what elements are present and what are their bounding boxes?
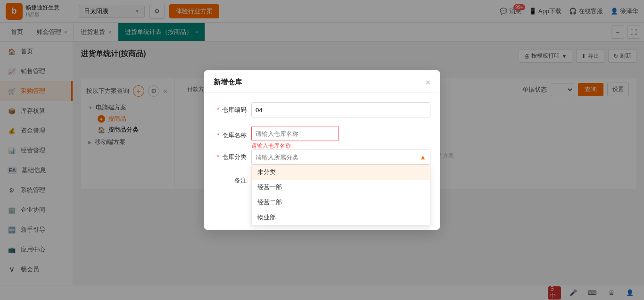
category-input-wrap: ▲ 未分类 经营一部 经营二部 物业部 — [251, 150, 430, 165]
modal-close-button[interactable]: × — [425, 78, 430, 87]
name-input[interactable] — [251, 126, 339, 141]
new-warehouse-modal: 新增仓库 × * 仓库编码 * 仓库名称 — [204, 70, 440, 230]
dropdown-option-property[interactable]: 物业部 — [252, 210, 430, 225]
form-row-code: * 仓库编码 — [214, 102, 430, 117]
code-input[interactable] — [251, 102, 430, 117]
name-required-star: * — [217, 132, 219, 139]
modal-header: 新增仓库 × — [204, 70, 440, 93]
code-label: * 仓库编码 — [214, 102, 251, 114]
chevron-up-icon: ▲ — [420, 153, 426, 161]
name-input-wrap — [251, 126, 339, 141]
modal-overlay: 新增仓库 × * 仓库编码 * 仓库名称 — [0, 0, 644, 300]
dropdown-option-dept1[interactable]: 经营一部 — [252, 180, 430, 195]
dropdown-option-uncategorized[interactable]: 未分类 — [252, 165, 430, 180]
form-row-category: * 仓库分类 ▲ 未分类 经营一部 经营二部 物业部 — [214, 150, 430, 165]
modal-title: 新增仓库 — [214, 78, 242, 87]
dropdown-option-dept2[interactable]: 经营二部 — [252, 195, 430, 210]
category-search-input[interactable] — [256, 154, 409, 161]
remark-label: 备注 — [214, 173, 251, 185]
category-dropdown-list: 未分类 经营一部 经营二部 物业部 — [251, 165, 430, 225]
required-star: * — [217, 106, 219, 113]
form-row-name: * 仓库名称 请输入仓库名称 — [214, 126, 430, 141]
modal-body: * 仓库编码 * 仓库名称 请输入仓库名称 — [204, 93, 440, 201]
name-error-message: 请输入仓库名称 — [251, 142, 291, 150]
category-label: * 仓库分类 — [214, 150, 251, 161]
category-dropdown-trigger[interactable]: ▲ — [251, 150, 430, 165]
cat-required-star: * — [217, 153, 219, 160]
name-label: * 仓库名称 — [214, 128, 251, 140]
